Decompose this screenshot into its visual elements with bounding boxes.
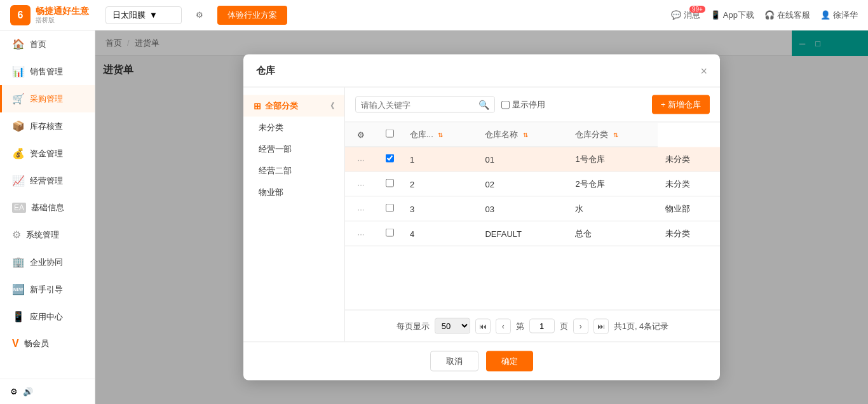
- row-checkbox[interactable]: [386, 154, 394, 163]
- apps-icon: 📱: [12, 311, 25, 323]
- collapse-icon[interactable]: 《: [327, 100, 334, 111]
- online-service-btn[interactable]: 🎧 在线客服: [764, 10, 810, 21]
- td-row-settings[interactable]: ···: [345, 172, 377, 196]
- dialog-close-btn[interactable]: ×: [700, 65, 707, 76]
- page-text: 第: [516, 320, 524, 332]
- table-header-row: ⚙ 仓库... ⇅: [345, 123, 720, 147]
- header-middle: 日太阳膜 ▼ ⚙ 体验行业方案: [105, 5, 671, 25]
- message-badge: 99+: [689, 6, 705, 13]
- row-checkbox[interactable]: [386, 229, 394, 237]
- first-page-btn[interactable]: ⏮: [475, 318, 491, 333]
- sidebar-item-finance[interactable]: 💰 资金管理: [0, 140, 95, 167]
- next-page-btn[interactable]: ›: [573, 318, 588, 333]
- sidebar-item-label: 企业协同: [30, 257, 63, 268]
- sidebar-item-sales[interactable]: 📊 销售管理: [0, 58, 95, 85]
- row-more-icon[interactable]: ···: [358, 229, 365, 238]
- sidebar-item-operation[interactable]: 📈 经营管理: [0, 167, 95, 194]
- row-more-icon[interactable]: ···: [358, 179, 365, 189]
- table-row[interactable]: ···2022号仓库未分类: [345, 172, 720, 196]
- category-unclassified[interactable]: 未分类: [243, 117, 344, 138]
- td-row-name: 总仓: [567, 221, 658, 246]
- table-row[interactable]: ···1011号仓库未分类: [345, 147, 720, 172]
- row-checkbox[interactable]: [386, 204, 394, 212]
- sidebar-item-purchase[interactable]: 🛒 采购管理: [0, 85, 95, 112]
- search-input[interactable]: [361, 100, 475, 109]
- row-more-icon[interactable]: ···: [358, 154, 365, 164]
- sidebar-item-label: 经营管理: [30, 175, 63, 187]
- sidebar: 🏠 首页 📊 销售管理 🛒 采购管理 📦 库存核查 💰 资金管理 📈 经营管理 …: [0, 30, 95, 404]
- sidebar-item-label: 销售管理: [30, 66, 63, 77]
- td-row-category: 未分类: [658, 147, 720, 172]
- last-page-btn[interactable]: ⏭: [593, 318, 609, 333]
- category-all[interactable]: ⊞ 全部分类 《: [243, 95, 344, 117]
- td-row-name: 水: [567, 196, 658, 221]
- sidebar-item-member[interactable]: V 畅会员: [0, 330, 95, 357]
- sidebar-item-guide[interactable]: 🆕 新手引导: [0, 276, 95, 303]
- cancel-btn[interactable]: 取消: [430, 351, 478, 372]
- message-btn[interactable]: 💬 消息 99+: [671, 10, 700, 21]
- td-row-settings[interactable]: ···: [345, 147, 377, 172]
- category-property[interactable]: 物业部: [243, 182, 344, 203]
- avatar-icon: 👤: [820, 10, 831, 20]
- user-avatar[interactable]: 👤 徐泽华: [820, 10, 858, 21]
- td-row-code: 03: [477, 196, 567, 221]
- cart-icon: 🛒: [12, 93, 25, 105]
- td-row-code: 01: [477, 147, 567, 172]
- sidebar-item-system[interactable]: ⚙ 系统管理: [0, 221, 95, 248]
- app-download-btn[interactable]: 📱 App下载: [710, 10, 754, 21]
- td-row-number: 2: [402, 172, 477, 196]
- row-more-icon[interactable]: ···: [358, 204, 365, 213]
- prev-page-btn[interactable]: ‹: [496, 318, 511, 333]
- per-page-select[interactable]: 102050100: [435, 318, 470, 334]
- enterprise-icon: 🏢: [12, 256, 25, 268]
- sidebar-item-inventory[interactable]: 📦 库存核查: [0, 112, 95, 140]
- headset-icon: 🎧: [764, 10, 775, 20]
- sidebar-item-enterprise[interactable]: 🏢 企业协同: [0, 248, 95, 276]
- new-icon: 🆕: [12, 283, 25, 295]
- sidebar-item-label: 首页: [30, 39, 46, 50]
- category-dept2[interactable]: 经营二部: [243, 160, 344, 182]
- header-right: 💬 消息 99+ 📱 App下载 🎧 在线客服 👤 徐泽华: [671, 10, 858, 21]
- gear-icon: ⚙: [12, 229, 21, 241]
- sidebar-bottom[interactable]: ⚙ 🔊: [0, 379, 95, 404]
- select-all-checkbox[interactable]: [386, 130, 394, 138]
- store-selector[interactable]: 日太阳膜 ▼: [105, 6, 182, 24]
- table-row[interactable]: ···4DEFAULT总仓未分类: [345, 221, 720, 246]
- top-header: 6 畅捷通好生意 搭桥版 日太阳膜 ▼ ⚙ 体验行业方案 💬 消息 99+ 📱 …: [0, 0, 868, 30]
- trial-btn[interactable]: 体验行业方案: [217, 6, 287, 25]
- td-row-checkbox[interactable]: [377, 196, 402, 221]
- confirm-btn[interactable]: 确定: [486, 351, 533, 372]
- pagination: 每页显示 102050100 ⏮ ‹ 第 页 › ⏭ 共1页, 4条记录: [345, 310, 720, 342]
- td-row-settings[interactable]: ···: [345, 196, 377, 221]
- main-layout: 🏠 首页 📊 销售管理 🛒 采购管理 📦 库存核查 💰 资金管理 📈 经营管理 …: [0, 30, 868, 404]
- warehouse-dialog: 仓库 × ⊞ 全部分类 《 未分类 经营一部 经营二部 物业部: [243, 55, 720, 380]
- volume-icon: 🔊: [23, 387, 33, 396]
- page-number-input[interactable]: [529, 319, 555, 333]
- dialog-category-panel: ⊞ 全部分类 《 未分类 经营一部 经营二部 物业部: [243, 88, 345, 342]
- sidebar-item-apps[interactable]: 📱 应用中心: [0, 303, 95, 330]
- row-checkbox[interactable]: [386, 179, 394, 187]
- box-icon: 📦: [12, 120, 25, 132]
- td-row-category: 未分类: [658, 221, 720, 246]
- td-row-settings[interactable]: ···: [345, 221, 377, 246]
- td-row-checkbox[interactable]: [377, 172, 402, 196]
- sidebar-item-label: 畅会员: [24, 338, 49, 349]
- td-row-checkbox[interactable]: [377, 147, 402, 172]
- message-icon: 💬: [671, 10, 681, 20]
- th-name: 仓库名称 ⇅: [477, 123, 567, 147]
- settings-icon-btn[interactable]: ⚙: [189, 5, 210, 25]
- td-row-category: 未分类: [658, 172, 720, 196]
- td-row-checkbox[interactable]: [377, 221, 402, 246]
- table-row[interactable]: ···303水物业部: [345, 196, 720, 221]
- page-suffix: 页: [560, 320, 568, 332]
- category-dept1[interactable]: 经营一部: [243, 138, 344, 160]
- td-row-code: DEFAULT: [477, 221, 567, 246]
- new-warehouse-btn[interactable]: + 新增仓库: [652, 95, 710, 114]
- td-row-name: 1号仓库: [567, 147, 658, 172]
- show-disabled-checkbox[interactable]: [501, 100, 510, 109]
- phone-icon: 📱: [710, 10, 721, 20]
- sidebar-item-basic[interactable]: EA 基础信息: [0, 194, 95, 221]
- show-disabled-label[interactable]: 显示停用: [501, 99, 545, 111]
- dialog-header: 仓库 ×: [243, 55, 720, 88]
- sidebar-item-home[interactable]: 🏠 首页: [0, 30, 95, 58]
